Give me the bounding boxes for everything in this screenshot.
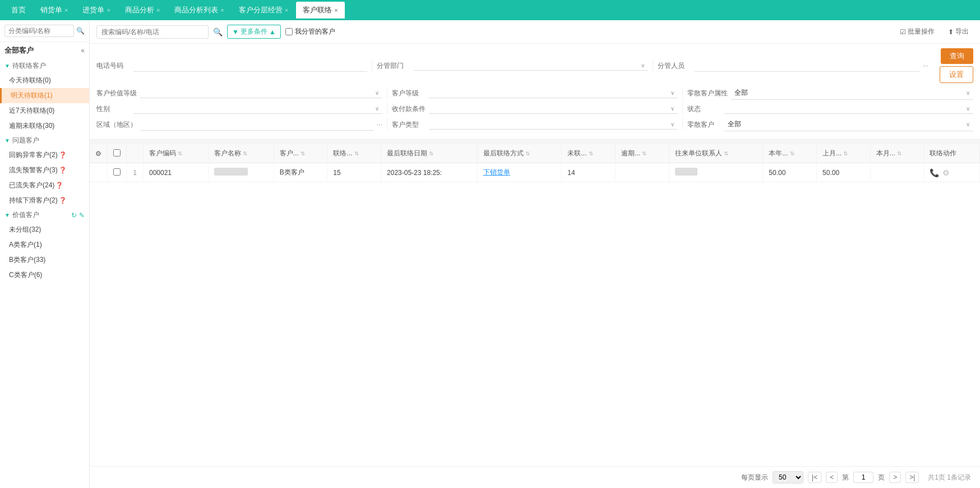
col-uncontacted[interactable]: 未联... ⇅ — [562, 144, 616, 163]
row-last-contact-method[interactable]: 下销货单 — [477, 163, 561, 182]
search-icon[interactable]: 🔍 — [76, 27, 85, 35]
sidebar-item-class-b[interactable]: B类客户(33) — [0, 252, 89, 268]
prev-page-button[interactable]: < — [826, 472, 838, 483]
col-last-month[interactable]: 上月... ⇅ — [817, 144, 871, 163]
col-overdue[interactable]: 逾期... ⇅ — [615, 144, 669, 163]
sort-icon: ⇅ — [525, 150, 530, 156]
sidebar-item-declining[interactable]: 持续下滑客户(2) ❓ — [0, 193, 89, 208]
sidebar-item-7days-pending[interactable]: 近7天待联络(0) — [0, 103, 89, 118]
filter-bar: 🔍 ▼ 更多条件 ▲ 我分管的客户 ☑ 批量操作 ⬆ 导出 — [90, 20, 980, 44]
customer-value-select[interactable]: ∨ — [140, 88, 382, 98]
nav-customer-layered[interactable]: 客户分层经营 × — [232, 2, 295, 19]
retail-customer-select[interactable]: 全部∨ — [724, 118, 973, 131]
close-icon[interactable]: × — [107, 7, 110, 13]
customer-type-select[interactable]: ∨ — [429, 119, 678, 130]
col-customer-type[interactable]: 客户... ⇅ — [274, 144, 327, 163]
gender-select[interactable]: ∨ — [133, 104, 382, 114]
payment-label: 收付款条件 — [392, 104, 426, 114]
chevron-down-icon: ▼ — [4, 137, 10, 144]
gender-field: 性别 ∨ — [96, 104, 382, 114]
person-input[interactable] — [695, 60, 919, 72]
nav-customer-contact[interactable]: 客户联络 × — [296, 2, 344, 19]
customer-value-label: 客户价值等级 — [96, 89, 137, 98]
payment-select[interactable]: ∨ — [429, 104, 678, 114]
sidebar-item-churned[interactable]: 已流失客户(24) ❓ — [0, 178, 89, 193]
row-checkbox[interactable] — [108, 163, 127, 182]
person-ellipsis[interactable]: ··· — [923, 62, 928, 70]
close-icon[interactable]: × — [64, 7, 68, 13]
nav-product-analysis[interactable]: 商品分析 × — [118, 2, 167, 19]
checkbox-col-header[interactable] — [108, 144, 127, 163]
nav-sales-order[interactable]: 销货单 × — [34, 2, 75, 19]
close-icon[interactable]: × — [334, 7, 338, 13]
more-conditions-button[interactable]: ▼ 更多条件 ▲ — [227, 25, 281, 39]
pagination: 每页显示 50 100 200 |< < 第 页 > >| 共1页 1条记录 — [90, 466, 980, 488]
col-customer-name[interactable]: 客户名称 ⇅ — [208, 144, 274, 163]
sort-icon: ⇅ — [243, 150, 247, 156]
my-customers-check[interactable] — [285, 28, 293, 35]
phone-label: 电话号码 — [96, 61, 130, 71]
select-all-checkbox[interactable] — [113, 149, 121, 156]
page-number-input[interactable] — [853, 472, 873, 483]
search-input[interactable] — [96, 25, 209, 39]
settings-col-header[interactable]: ⚙ — [90, 144, 108, 163]
close-icon[interactable]: × — [156, 7, 160, 13]
sidebar-item-ungrouped[interactable]: 未分组(32) — [0, 222, 89, 237]
sidebar-item-today-pending[interactable]: 今天待联络(0) — [0, 73, 89, 88]
sidebar-search-input[interactable] — [4, 25, 74, 37]
first-page-button[interactable]: |< — [808, 472, 821, 483]
export-button[interactable]: ⬆ 导出 — [944, 25, 973, 38]
dept-select[interactable]: ∨ — [414, 61, 648, 71]
row-this-year: 50.00 — [763, 163, 817, 182]
nav-product-analysis-list[interactable]: 商品分析列表 × — [168, 2, 230, 19]
edit-icon[interactable]: ✎ — [79, 211, 85, 219]
next-page-button[interactable]: > — [889, 472, 901, 483]
num-col-header — [127, 144, 144, 163]
batch-operation-button[interactable]: ☑ 批量操作 — [895, 25, 939, 38]
query-button[interactable]: 查询 — [941, 48, 973, 64]
region-ellipsis[interactable]: ··· — [377, 121, 382, 128]
col-this-month[interactable]: 本月... ⇅ — [870, 144, 924, 163]
phone-action-icon[interactable]: 📞 — [930, 168, 939, 177]
col-last-contact-date[interactable]: 最后联络日期 ⇅ — [381, 144, 478, 163]
region-label: 区域（地区） — [96, 120, 137, 130]
row-last-contact-date: 2023-05-23 18:25: — [381, 163, 478, 182]
all-customers-header[interactable]: 全部客户 « — [0, 42, 89, 59]
sidebar: 🔍 全部客户 « ▼ 待联络客户 今天待联络(0) 明天待联络(1) 近7天待联… — [0, 20, 90, 488]
per-page-select[interactable]: 50 100 200 — [773, 471, 803, 484]
sidebar-item-class-c[interactable]: C类客户(6) — [0, 268, 89, 283]
chevron-down-icon: ▼ — [4, 212, 10, 218]
my-customers-checkbox[interactable]: 我分管的客户 — [285, 27, 335, 36]
status-select[interactable]: ∨ — [724, 104, 973, 114]
name-masked — [214, 168, 248, 176]
set-button[interactable]: 设置 — [940, 66, 973, 83]
sidebar-item-overdue-pending[interactable]: 逾期未联络(30) — [0, 118, 89, 133]
search-icon[interactable]: 🔍 — [213, 27, 223, 36]
close-icon[interactable]: × — [285, 7, 288, 13]
col-this-year[interactable]: 本年... ⇅ — [763, 144, 817, 163]
per-page-label: 每页显示 — [741, 473, 768, 482]
col-contact-count[interactable]: 联络... ⇅ — [327, 144, 381, 163]
refresh-icon[interactable]: ↻ — [71, 211, 77, 219]
payment-field: 收付款条件 ∨ — [392, 104, 678, 114]
customer-level-select[interactable]: ∨ — [429, 88, 678, 98]
sidebar-item-abnormal-repurchase[interactable]: 回购异常客户(2) ❓ — [0, 148, 89, 163]
phone-input[interactable] — [133, 60, 367, 72]
export-icon: ⬆ — [948, 28, 954, 36]
close-icon[interactable]: × — [220, 7, 224, 13]
nav-home[interactable]: 首页 — [4, 2, 33, 19]
col-last-contact-method[interactable]: 最后联络方式 ⇅ — [477, 144, 561, 163]
sidebar-item-tomorrow-pending[interactable]: 明天待联络(1) — [0, 88, 89, 103]
status-field: 状态 ∨ — [687, 104, 973, 114]
retail-attr-select[interactable]: 全部∨ — [731, 86, 973, 100]
sidebar-item-churn-warning[interactable]: 流失预警客户(3) ❓ — [0, 163, 89, 178]
nav-purchase-order[interactable]: 进货单 × — [76, 2, 117, 19]
col-customer-code[interactable]: 客户编码 ⇅ — [144, 144, 209, 163]
more-action-icon[interactable]: ⚙ — [942, 168, 950, 177]
region-input[interactable] — [140, 119, 373, 131]
last-page-button[interactable]: >| — [905, 472, 919, 483]
sidebar-item-class-a[interactable]: A类客户(1) — [0, 237, 89, 252]
problem-group-label: ▼ 问题客户 — [0, 133, 89, 148]
col-unit-contact[interactable]: 往来单位联系人 ⇅ — [669, 144, 763, 163]
collapse-icon: « — [81, 47, 85, 54]
